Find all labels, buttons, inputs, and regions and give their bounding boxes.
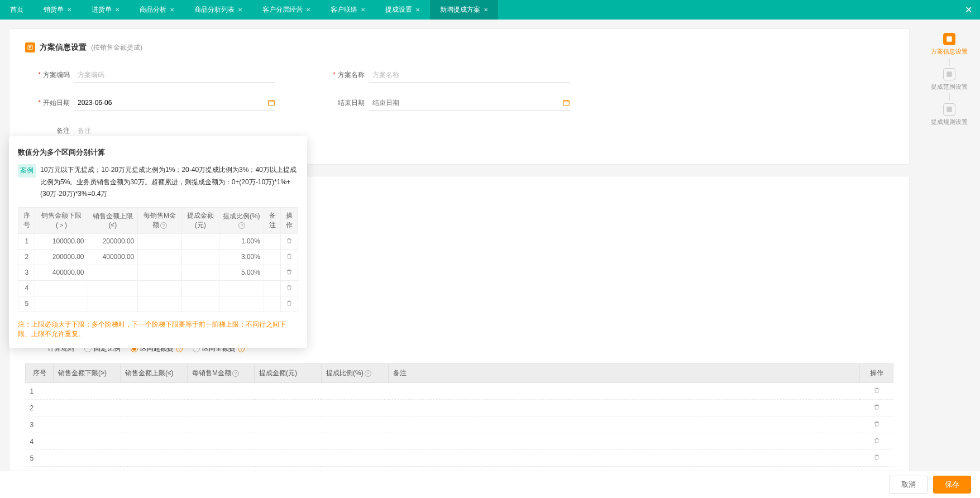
close-icon[interactable]: ✕ (484, 0, 488, 20)
tab-商品分析列表[interactable]: 商品分析列表✕ (184, 0, 252, 20)
example-table: 序号销售金额下限(＞)销售金额上限(≤)每销售M金额?提成金额(元)提成比例(%… (18, 207, 298, 312)
start-date-input[interactable] (74, 99, 267, 107)
svg-rect-1 (269, 100, 275, 105)
trash-icon[interactable] (873, 437, 880, 444)
tab-新增提成方案[interactable]: 新增提成方案✕ (430, 0, 498, 20)
tooltip-note: 注：上限必须大于下限；多个阶梯时，下一个阶梯下限要等于前一阶梯上限；不同行之间下… (18, 320, 298, 339)
name-input[interactable] (369, 67, 570, 83)
panel-icon (25, 42, 35, 52)
side-nav: 方案信息设置 提成范围设置 提成规则设置 (919, 20, 980, 498)
example-tag: 案例 (18, 164, 36, 178)
trash-icon[interactable] (286, 284, 293, 291)
close-icon[interactable]: ✕ (170, 0, 174, 20)
code-input[interactable] (74, 67, 275, 83)
footer-bar: 取消 保存 (0, 471, 980, 498)
tab-客户分层经营[interactable]: 客户分层经营✕ (252, 0, 321, 20)
end-date-input[interactable] (369, 99, 562, 107)
save-button[interactable]: 保存 (933, 476, 971, 494)
tab-进货单[interactable]: 进货单✕ (82, 0, 130, 20)
tab-商品分析[interactable]: 商品分析✕ (130, 0, 184, 20)
svg-rect-4 (946, 71, 952, 76)
tab-首页[interactable]: 首页 (0, 0, 34, 20)
table-row[interactable]: 1 (26, 383, 893, 400)
close-icon[interactable]: ✕ (67, 0, 71, 20)
table-row[interactable]: 2 (26, 400, 893, 416)
nav-step-rule[interactable]: 提成规则设置 (919, 103, 980, 126)
trash-icon[interactable] (286, 300, 293, 307)
start-date-label: 开始日期 (25, 98, 70, 108)
nav-step-info[interactable]: 方案信息设置 (919, 33, 980, 56)
trash-icon[interactable] (286, 253, 293, 260)
tooltip-title: 数值分为多个区间分别计算 (18, 147, 298, 157)
table-row: 3400000.005.00% (18, 265, 298, 280)
tab-销货单[interactable]: 销货单✕ (34, 0, 82, 20)
trash-icon[interactable] (286, 237, 293, 244)
close-icon[interactable]: ✕ (115, 0, 119, 20)
end-date-label: 结束日期 (320, 98, 365, 108)
close-icon[interactable]: ✕ (415, 0, 420, 20)
nav-step-scope[interactable]: 提成范围设置 (919, 68, 980, 91)
table-row[interactable]: 5 (26, 450, 893, 467)
close-icon[interactable]: ✕ (238, 0, 242, 20)
panel-title: 方案信息设置 (40, 42, 87, 52)
tab-客户联络[interactable]: 客户联络✕ (321, 0, 375, 20)
example-tooltip: 数值分为多个区间分别计算 案例 10万元以下无提成；10-20万元提成比例为1%… (9, 136, 307, 348)
tab-bar: 首页销货单✕进货单✕商品分析✕商品分析列表✕客户分层经营✕客户联络✕提成设置✕新… (0, 0, 980, 20)
table-row: 1100000.00200000.001.00% (18, 233, 298, 249)
code-label: 方案编码 (25, 70, 70, 80)
table-row[interactable]: 4 (26, 433, 893, 450)
remark-label: 备注 (25, 126, 70, 136)
close-icon[interactable]: ✕ (306, 0, 310, 20)
name-label: 方案名称 (320, 70, 365, 80)
svg-rect-3 (946, 36, 952, 41)
trash-icon[interactable] (873, 454, 880, 461)
close-all-tabs-icon[interactable]: ✕ (965, 4, 972, 15)
tab-提成设置[interactable]: 提成设置✕ (375, 0, 430, 20)
trash-icon[interactable] (286, 269, 293, 275)
cancel-button[interactable]: 取消 (890, 476, 928, 494)
table-row: 4 (18, 280, 298, 296)
svg-rect-5 (946, 107, 952, 112)
table-row: 2200000.00400000.003.00% (18, 249, 298, 265)
calendar-icon[interactable] (267, 99, 275, 107)
svg-rect-2 (563, 100, 570, 105)
example-text: 10万元以下无提成；10-20万元提成比例为1%；20-40万提成比例为3%；4… (40, 164, 298, 200)
calendar-icon[interactable] (562, 99, 570, 107)
trash-icon[interactable] (873, 404, 880, 410)
panel-subtitle: (按销售金额提成) (91, 43, 142, 52)
rule-table: 序号销售金额下限(>)销售金额上限(≤)每销售M金额?提成金额(元)提成比例(%… (25, 363, 893, 483)
close-icon[interactable]: ✕ (361, 0, 365, 20)
table-row[interactable]: 3 (26, 416, 893, 433)
trash-icon[interactable] (873, 420, 880, 427)
trash-icon[interactable] (873, 387, 880, 394)
table-row: 5 (18, 296, 298, 312)
